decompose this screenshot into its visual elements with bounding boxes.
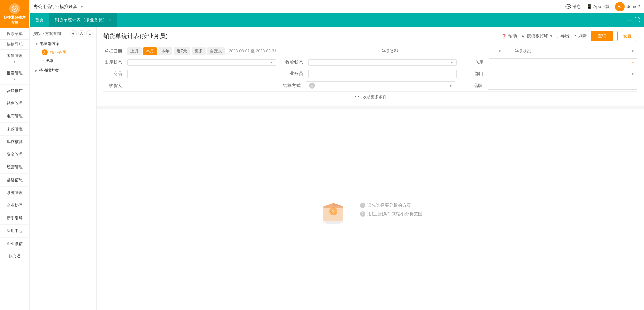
product-label: 商品	[103, 71, 122, 77]
app-download-label: App下载	[593, 4, 610, 10]
tab-home[interactable]: 首页	[30, 13, 49, 27]
member-label: 畅会员	[9, 254, 21, 259]
search-menu[interactable]: 搜索菜单	[0, 28, 29, 40]
sidebar-item-inventory[interactable]: 库存核算	[0, 136, 29, 148]
sidebar-item-basic-info[interactable]: 基础信息	[0, 174, 29, 187]
sidebar-item-newbie[interactable]: 新手引导	[0, 212, 29, 225]
tree-expand-icon: ▼	[35, 42, 38, 46]
message-btn[interactable]: 💬 消息	[565, 4, 581, 10]
tree-salesperson-item[interactable]: 人 按业务员	[40, 48, 93, 57]
consignee-input[interactable]: ···	[127, 82, 274, 89]
settlement-dropdown-icon: ▼	[449, 84, 452, 88]
current-month-btn[interactable]: 本月	[143, 47, 157, 55]
sidebar-item-app-center[interactable]: 应用中心	[0, 225, 29, 238]
template-print-action[interactable]: 🖨 按模板打印 ▼	[521, 33, 553, 39]
page-header: 销货单统计表(按业务员) ❓ 帮助 🖨 按模板打印 ▼ ↓ 导出	[97, 27, 644, 44]
current-account[interactable]: 办公用品行业模拟账套	[34, 4, 77, 10]
settlement-input[interactable]: × ▼	[306, 81, 455, 90]
sales-label: 销售管理	[7, 101, 23, 106]
wholesale-arrow: ▲	[13, 77, 16, 81]
sidebar-item-member[interactable]: 畅会员	[0, 250, 29, 263]
query-btn[interactable]: 查询	[591, 31, 613, 41]
edit-plan-btn[interactable]: ⊙	[78, 30, 85, 37]
last-month-btn[interactable]: 上月	[127, 47, 142, 55]
sidebar-item-operations[interactable]: 经营管理	[0, 161, 29, 174]
marketing-label: 营销推广	[7, 88, 23, 94]
department-input[interactable]: ▼	[489, 71, 637, 77]
empty-content: ? 1 请先选择要分析的方案 2 用[过滤]条件来缩小分析范围	[318, 193, 422, 226]
empty-state: ? 1 请先选择要分析的方案 2 用[过滤]条件来缩小分析范围	[97, 109, 644, 310]
settlement-clear-btn[interactable]: ×	[309, 83, 315, 89]
sidebar-item-ecommerce[interactable]: 电商管理	[0, 110, 29, 123]
settings-btn[interactable]: 设置	[617, 31, 637, 41]
main-area: 办公用品行业模拟账套 ▼ 💬 消息 📱 App下载 Ea demo2 首页 销货…	[30, 0, 644, 310]
sidebar-item-sales[interactable]: 销售管理	[0, 97, 29, 110]
svg-point-0	[12, 6, 17, 11]
sidebar-item-purchase[interactable]: 采购管理	[0, 123, 29, 136]
doc-status-input[interactable]: ▼	[537, 48, 637, 54]
tab-expand-icon[interactable]: ⛶	[635, 17, 640, 23]
more-date-btn[interactable]: 更多	[192, 47, 206, 55]
last7days-btn[interactable]: 近7天	[174, 47, 190, 55]
sidebar-item-marketing[interactable]: 营销推广	[0, 85, 29, 97]
tab-close-btn[interactable]: ×	[109, 17, 112, 23]
doc-type-input[interactable]: ▼	[404, 48, 504, 54]
left-panel-title-label: 按以下方案查询	[33, 31, 61, 37]
empty-tips: 1 请先选择要分析的方案 2 用[过滤]条件来缩小分析范围	[360, 201, 422, 218]
sidebar-item-retail[interactable]: 零售管理 ▼	[0, 50, 29, 67]
brand-input[interactable]: ···	[488, 82, 637, 90]
consignee-ellipsis[interactable]: ···	[268, 83, 272, 88]
doc-status-dropdown-icon: ▼	[631, 49, 634, 53]
account-dropdown-icon[interactable]: ▼	[80, 5, 84, 9]
salesperson-ellipsis[interactable]: ···	[450, 71, 454, 76]
newbie-label: 新手引导	[7, 215, 23, 221]
username-label: demo2	[627, 4, 640, 9]
right-content: 销货单统计表(按业务员) ❓ 帮助 🖨 按模板打印 ▼ ↓ 导出	[97, 27, 644, 310]
retail-arrow: ▼	[13, 60, 16, 63]
sidebar-item-finance[interactable]: 资金管理	[0, 148, 29, 161]
tree-salesperson-label: 按业务员	[50, 50, 66, 55]
export-action[interactable]: ↓ 导出	[557, 33, 570, 39]
warehouse-input[interactable]: ···	[489, 58, 637, 66]
app-subtitle: 标搜	[11, 20, 18, 25]
refresh-action[interactable]: ↺ 刷新	[573, 33, 587, 39]
product-input[interactable]: ···	[127, 70, 276, 78]
filter-row-4: 收货人 ··· 结算方式 × ▼ 品牌 ·	[103, 81, 637, 90]
tree-pc-plan[interactable]: ▼ 电脑端方案	[33, 40, 93, 48]
collapse-bar[interactable]: ∧∧ 收起更多条件	[103, 91, 637, 103]
sidebar-item-wechat[interactable]: 企业微信	[0, 238, 29, 250]
app-logo: 畅捷通好生意 标搜	[0, 0, 30, 28]
doc-type-label: 单据类型	[380, 48, 398, 54]
sidebar-item-enterprise[interactable]: 企业协同	[0, 199, 29, 212]
tab-minimize-icon[interactable]: —	[627, 17, 632, 23]
custom-date-btn[interactable]: 自定义	[207, 47, 225, 55]
operations-label: 经营管理	[7, 164, 23, 170]
sidebar-item-system[interactable]: 系统管理	[0, 187, 29, 199]
doc-status-label: 单据状态	[513, 48, 531, 54]
product-ellipsis[interactable]: ···	[269, 71, 273, 76]
current-year-btn[interactable]: 本年	[158, 47, 172, 55]
collapse-panel-btn[interactable]: «	[86, 30, 93, 37]
system-label: 系统管理	[7, 190, 23, 196]
app-download-btn[interactable]: 📱 App下载	[586, 4, 610, 10]
stock-status-input[interactable]: ▼	[127, 59, 276, 66]
user-profile-btn[interactable]: Ea demo2	[615, 2, 640, 11]
tree-by-order-item[interactable]: ≡ 按单	[40, 57, 93, 65]
date-label: 单据日期	[103, 48, 122, 54]
help-action[interactable]: ❓ 帮助	[501, 33, 517, 39]
print-dropdown-icon: ▼	[550, 34, 553, 38]
department-dropdown-icon: ▼	[631, 72, 634, 76]
payment-status-input[interactable]: ▼	[308, 59, 457, 66]
tab-sales-stat[interactable]: 销货单统计表（按业务员） ×	[49, 13, 117, 27]
tree-pc-plan-label: 电脑端方案	[40, 41, 60, 47]
salesperson-input[interactable]: ···	[308, 70, 457, 78]
warehouse-ellipsis[interactable]: ···	[630, 60, 634, 65]
topbar-right: 💬 消息 📱 App下载 Ea demo2	[565, 2, 640, 11]
add-plan-btn[interactable]: +	[70, 30, 77, 37]
quick-nav[interactable]: 快捷导航	[0, 40, 29, 50]
sidebar-item-wholesale[interactable]: 批发管理 ▲	[0, 67, 29, 85]
brand-ellipsis[interactable]: ···	[630, 83, 634, 88]
refresh-label: 刷新	[578, 33, 587, 39]
tree-mobile-plan[interactable]: ▶ 移动端方案	[33, 66, 93, 75]
salesperson-badge: 人	[42, 49, 48, 55]
